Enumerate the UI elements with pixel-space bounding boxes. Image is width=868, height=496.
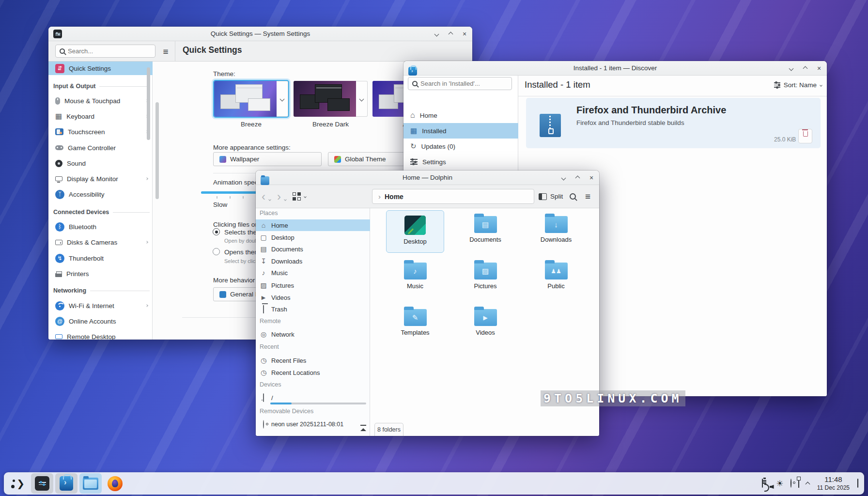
breadcrumb-home[interactable]: Home [385,193,403,201]
search-button[interactable] [570,189,576,204]
sidebar-item-touchscreen[interactable]: Touchscreen [48,125,153,139]
wallpaper-button[interactable]: Wallpaper [213,152,322,166]
task-system-settings[interactable] [31,473,53,494]
breadcrumb[interactable]: › Home [372,189,534,204]
folder-item-public[interactable]: ♟♟ Public [527,257,585,299]
minimize-button[interactable] [559,174,567,182]
settings-search-field[interactable] [55,45,155,58]
place-trash[interactable]: Trash [256,303,370,315]
close-button[interactable]: × [588,174,595,182]
brightness-tray-icon[interactable]: ☀ [776,479,784,489]
slow-label: Slow [213,201,227,208]
removable-device-row[interactable]: neon user 20251211-08:01 [256,418,370,430]
sidebar-item-keyboard[interactable]: ▦Keyboard [48,109,153,123]
tray-expander-button[interactable] [806,479,809,488]
sidebar-item-bluetooth[interactable]: ᛒBluetooth [48,220,153,233]
close-button[interactable]: × [461,30,468,38]
uninstall-button[interactable] [798,129,812,143]
music-icon: ♪ [260,269,267,277]
sidebar-item-game-controller[interactable]: Game Controller [48,141,153,155]
sidebar-item-wifi-internet[interactable]: Wi-Fi & Internet [48,299,153,312]
network-tray-icon[interactable] [798,479,799,488]
close-button[interactable]: × [815,64,823,72]
sidebar-item-thunderbolt[interactable]: ↯Thunderbolt [48,251,153,265]
opens-radio[interactable] [213,248,220,255]
selects-radio[interactable] [213,228,220,235]
forward-button[interactable]: › [277,189,286,204]
discover-search-input[interactable] [420,80,500,87]
system-settings-titlebar[interactable]: Quick Settings — System Settings × [48,27,472,41]
folder-item-downloads[interactable]: ↓ Downloads [527,210,585,253]
installed-icon: ▦ [410,126,417,135]
menu-button[interactable]: ≡ [585,189,590,204]
place-downloads[interactable]: ↧Downloads [256,255,370,267]
theme-breeze[interactable] [214,81,288,117]
maximize-button[interactable] [447,30,454,38]
theme-breeze-dark[interactable] [294,81,368,117]
sidebar-item-mouse-touchpad[interactable]: Mouse & Touchpad [48,94,153,108]
sidebar-item-sound[interactable]: Sound [48,156,153,170]
folder-item-templates[interactable]: ✎ Templates [386,303,444,346]
place-music[interactable]: ♪Music [256,267,370,279]
discover-titlebar[interactable]: Installed - 1 item — Discover × [403,61,827,76]
sidebar-item-remote-desktop[interactable]: Remote Desktop [48,330,153,340]
disc-tray-icon[interactable] [790,479,791,488]
nav-item-home[interactable]: ⌂Home [403,108,518,123]
place-videos[interactable]: ▶Videos [256,292,370,303]
back-button[interactable]: ‹ [262,189,271,204]
minimize-button[interactable] [787,64,795,72]
theme-dropdown-button[interactable] [277,81,288,117]
task-dolphin[interactable] [79,473,102,494]
task-firefox[interactable] [104,473,126,494]
discover-search-field[interactable] [408,77,512,90]
place-recent-files[interactable]: ◷Recent Files [256,355,370,366]
search-icon [412,81,418,86]
folder-icon: ♪ [404,263,427,279]
sidebar-scrollbar[interactable] [147,67,150,140]
content-scrollbar[interactable] [155,102,159,199]
nav-item-settings[interactable]: Settings [403,154,518,170]
place-network[interactable]: ◎Network [256,328,370,340]
task-discover[interactable] [55,473,78,494]
eject-button[interactable] [360,421,366,428]
device-root[interactable]: / [256,392,370,403]
dolphin-places-panel: Places ⌂Home ▢Desktop ▤Documents ↧Downlo… [256,208,370,436]
place-documents[interactable]: ▤Documents [256,243,370,255]
clipboard-tray-icon[interactable] [762,479,763,488]
folder-item-pictures[interactable]: ▨ Pictures [456,257,514,299]
minimize-button[interactable] [433,30,440,38]
settings-menu-button[interactable]: ≡ [160,45,171,58]
app-card-firefox-thunderbird[interactable]: Firefox and Thunderbird Archive Firefox … [526,98,821,148]
split-button[interactable]: Split [539,189,563,204]
digital-clock[interactable]: 11:48 11 Dec 2025 [817,475,850,492]
sidebar-item-display-monitor[interactable]: Display & Monitor [48,172,153,186]
place-recent-locations[interactable]: ◷Recent Locations [256,367,370,378]
theme-dropdown-button[interactable] [356,81,368,117]
place-home[interactable]: ⌂Home [256,219,370,231]
sort-control[interactable]: Sort: Name [774,81,822,89]
maximize-button[interactable] [574,174,581,182]
sidebar-item-printers[interactable]: Printers [48,267,153,280]
place-pictures[interactable]: ▨Pictures [256,279,370,291]
folder-item-documents[interactable]: ▤ Documents [456,210,514,253]
sidebar-item-quick-settings[interactable]: ⇵ Quick Settings [48,62,153,75]
more-appearance-label: More appearance settings: [213,144,291,151]
folder-item-music[interactable]: ♪ Music [386,257,444,299]
notifications-tray-icon[interactable] [857,479,858,488]
maximize-button[interactable] [801,64,809,72]
sidebar-item-online-accounts[interactable]: @Online Accounts [48,314,153,328]
nav-item-installed[interactable]: ▦Installed [403,123,518,139]
place-desktop[interactable]: ▢Desktop [256,232,370,243]
folder-item-desktop[interactable]: Desktop [386,210,444,253]
settings-search-input[interactable] [68,47,140,55]
app-launcher-button[interactable]: ❯ [7,473,29,494]
nav-item-updates[interactable]: ↻Updates (0) [403,139,518,154]
folder-item-videos[interactable]: ▶ Videos [456,303,514,346]
sidebar-item-disks-cameras[interactable]: Disks & Cameras [48,235,153,249]
picture-icon: ▨ [260,281,267,289]
desktop-folder-icon [404,216,426,235]
clock-icon: ◷ [260,369,267,376]
sidebar-item-accessibility[interactable]: ᛉAccessibility [48,187,153,201]
dolphin-titlebar[interactable]: Home — Dolphin × [256,170,599,185]
view-mode-button[interactable] [293,189,306,204]
